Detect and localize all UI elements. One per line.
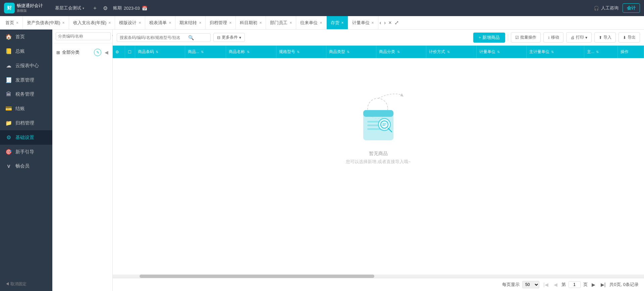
tab-homepage[interactable]: 首页 × — [1, 16, 23, 29]
sort-icon[interactable]: ⇅ — [596, 50, 599, 54]
close-icon[interactable]: × — [139, 20, 141, 25]
sort-icon[interactable]: ⇅ — [447, 50, 450, 54]
sidebar-item-guide[interactable]: 🎯 新手引导 — [0, 145, 52, 159]
guide-icon: 🎯 — [5, 149, 12, 155]
tab-subject-init[interactable]: 科目期初 × — [236, 16, 266, 29]
export-icon: ⬇ — [623, 35, 626, 40]
close-icon[interactable]: × — [372, 20, 374, 25]
checkbox-col[interactable]: ☐ — [125, 46, 135, 58]
tab-income-expense[interactable]: 收入支出表(年报) × — [69, 16, 115, 29]
search-input[interactable] — [120, 35, 187, 40]
col-pricing[interactable]: 计价方式 ⇅ — [426, 46, 476, 58]
col-main-unit[interactable]: 主计量单位 ⇅ — [526, 46, 584, 58]
last-page-button[interactable]: ▶| — [599, 281, 607, 288]
first-page-button[interactable]: |◀ — [542, 281, 550, 288]
table-scroll-track[interactable] — [113, 275, 644, 278]
sidebar-item-member[interactable]: V 畅会员 — [0, 159, 52, 173]
category-search-input[interactable] — [56, 32, 111, 40]
col-barcode[interactable]: 商品条码 ⇅ — [135, 46, 185, 58]
search-icon[interactable]: 🔍 — [188, 35, 194, 40]
app-name: 畅捷通好会计 — [17, 3, 43, 8]
per-page-select[interactable]: 50 20 100 — [522, 281, 539, 288]
sort-icon[interactable]: ⇅ — [347, 50, 350, 54]
close-icon[interactable]: × — [259, 20, 262, 25]
close-icon[interactable]: × — [16, 20, 18, 25]
tab-period-transfer[interactable]: 期末结转 × — [175, 16, 206, 29]
sort-icon[interactable]: ⇅ — [247, 50, 250, 54]
sidebar-item-tax[interactable]: 🏛 税务管理 — [0, 87, 52, 101]
close-icon[interactable]: × — [108, 20, 111, 25]
col-main-abbr[interactable]: 主... ⇅ — [584, 46, 618, 58]
tab-dept-staff[interactable]: 部门员工 × — [266, 16, 296, 29]
sidebar-unpin-button[interactable]: ◀ 取消固定 — [0, 277, 52, 291]
col-label: 操作 — [621, 49, 629, 54]
page-input[interactable] — [569, 281, 581, 288]
print-button[interactable]: 🖨 打印 ▾ — [566, 32, 592, 43]
tab-expand-button[interactable]: ⤢ — [393, 19, 400, 26]
category-edit-button[interactable]: ✎ — [94, 49, 101, 56]
close-icon[interactable]: × — [199, 20, 201, 25]
company-selector[interactable]: 基层工会测试 ▾ — [55, 5, 84, 11]
tab-template-design[interactable]: 模版设计 × — [115, 16, 145, 29]
close-icon[interactable]: × — [229, 20, 231, 25]
sidebar-item-archive[interactable]: 📁 归档管理 — [0, 116, 52, 130]
close-icon[interactable]: × — [169, 20, 171, 25]
tab-close-all-button[interactable]: × — [387, 20, 393, 26]
close-icon[interactable]: × — [341, 20, 344, 25]
sort-icon[interactable]: ⇅ — [397, 50, 400, 54]
tab-unit[interactable]: 计量单位 × — [348, 16, 378, 29]
calendar-icon[interactable]: 📅 — [142, 6, 147, 11]
inner-layout: 🔍 ⊞ 全部分类 ✎ ◀ 🔍 — [52, 30, 644, 291]
account-button[interactable]: 会计 — [623, 3, 640, 13]
tab-archive[interactable]: 归档管理 × — [206, 16, 236, 29]
sort-icon[interactable]: ⇅ — [497, 50, 500, 54]
sidebar-item-home[interactable]: 🏠 首页 — [0, 30, 52, 44]
sidebar-item-close-account[interactable]: 💳 结账 — [0, 101, 52, 116]
table-scroll-thumb[interactable] — [140, 275, 374, 278]
move-button[interactable]: ↕ 移动 — [543, 32, 564, 43]
filter-button[interactable]: ⊟ 更多条件 ▾ — [213, 33, 245, 42]
category-item-all[interactable]: ⊞ 全部分类 ✎ ◀ — [52, 46, 112, 59]
sort-icon[interactable]: ⇅ — [156, 50, 158, 54]
close-icon[interactable]: × — [62, 20, 65, 25]
category-collapse-icon[interactable]: ◀ — [105, 50, 108, 55]
sidebar-item-reports[interactable]: ☁ 云报表中心 — [0, 58, 52, 73]
close-account-icon: 💳 — [5, 105, 12, 112]
category-all-label: 全部分类 — [62, 49, 79, 55]
add-tab-button[interactable]: ＋ — [91, 3, 99, 13]
tab-label: 收入支出表(年报) — [73, 20, 107, 26]
col-category[interactable]: 商品分类 ⇅ — [376, 46, 426, 58]
col-code[interactable]: 商品... ⇅ — [185, 46, 226, 58]
page-label: 第 — [561, 282, 566, 288]
tab-next-button[interactable]: › — [383, 20, 387, 26]
export-button[interactable]: ⬇ 导出 — [619, 32, 640, 43]
add-product-button[interactable]: + 新增商品 — [473, 33, 505, 43]
settings-col[interactable]: ⚙ — [113, 46, 125, 58]
batch-operation-button[interactable]: ☑ 批量操作 — [511, 32, 541, 43]
sort-icon[interactable]: ⇅ — [201, 50, 204, 54]
import-button[interactable]: ⬆ 导入 — [594, 32, 616, 43]
tab-inventory[interactable]: 存货 × — [327, 16, 348, 29]
tab-balance-sheet[interactable]: 资产负债表(中期) × — [23, 16, 69, 29]
user-service[interactable]: 🎧 人工咨询 — [594, 5, 619, 11]
import-icon: ⬆ — [599, 35, 602, 40]
close-icon[interactable]: × — [289, 20, 292, 25]
prev-page-button[interactable]: ◀ — [552, 281, 559, 288]
settings-icon[interactable]: ⚙ — [102, 4, 109, 13]
sidebar-item-ledger[interactable]: 📒 总账 — [0, 44, 52, 58]
sidebar-item-invoice[interactable]: 🧾 发票管理 — [0, 73, 52, 87]
col-unit[interactable]: 计量单位 ⇅ — [476, 46, 526, 58]
close-icon[interactable]: × — [320, 20, 322, 25]
tab-tax-list[interactable]: 税表清单 × — [145, 16, 175, 29]
col-spec[interactable]: 规格型号 ⇅ — [276, 46, 326, 58]
tab-contacts[interactable]: 往来单位 × — [296, 16, 326, 29]
sort-icon[interactable]: ⇅ — [297, 50, 300, 54]
next-page-button[interactable]: ▶ — [590, 281, 597, 288]
tab-prev-button[interactable]: ‹ — [378, 20, 383, 26]
sidebar-item-basic-settings[interactable]: ⚙ 基础设置 — [0, 130, 52, 145]
period-value[interactable]: 2023-03 — [124, 6, 140, 11]
archive-icon: 📁 — [5, 120, 12, 126]
sort-icon[interactable]: ⇅ — [551, 50, 554, 54]
col-name[interactable]: 商品名称 ⇅ — [226, 46, 276, 58]
col-type[interactable]: 商品类型 ⇅ — [326, 46, 376, 58]
